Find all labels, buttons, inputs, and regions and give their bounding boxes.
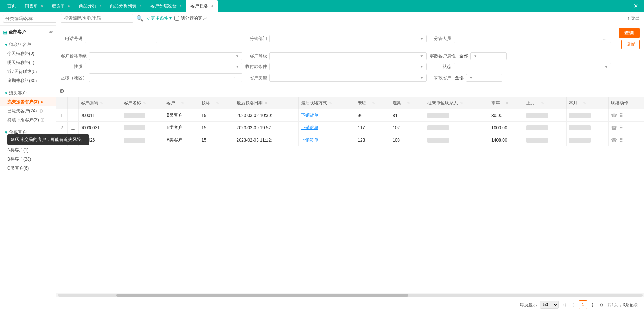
sidebar-item-tomorrow[interactable]: 明天待联络(1) <box>0 58 56 67</box>
sidebar-search-input[interactable] <box>3 15 56 23</box>
tab-analysis-close[interactable]: × <box>99 4 101 8</box>
tab-purchase-close[interactable]: × <box>68 4 70 8</box>
row-type: B类客户 <box>164 134 199 146</box>
customer-level-select[interactable]: ▼ <box>269 52 427 60</box>
tab-home[interactable]: 首页 <box>3 0 20 12</box>
row-code: 000011 <box>78 109 121 122</box>
action-contact-icon[interactable]: ☎ <box>611 137 617 143</box>
first-page-button[interactable]: ⟨⟨ <box>562 301 568 308</box>
filter-field-price-level: 客户价格等级 ▼ <box>61 52 242 60</box>
row-contacts-blurred <box>427 113 449 118</box>
tab-analysis-list-close[interactable]: × <box>139 4 141 8</box>
next-page-button[interactable]: ⟩ <box>590 301 595 308</box>
tab-analysis-list[interactable]: 商品分析列表 × <box>106 0 146 12</box>
query-button[interactable]: 查询 <box>619 28 640 38</box>
row-name <box>121 109 164 122</box>
gender-select[interactable]: ▼ <box>85 63 242 70</box>
filter-field-payment: 收付款条件 ▼ <box>245 63 427 70</box>
row-last-method-link[interactable]: 下销货单 <box>301 113 318 118</box>
phone-input[interactable] <box>85 35 157 43</box>
customer-level-arrow: ▼ <box>420 54 423 58</box>
row-checkbox[interactable] <box>71 125 75 130</box>
sidebar-section-all: ⊞ 全部客户 ≪ <box>0 26 56 39</box>
page-size-select[interactable]: 50 100 200 <box>540 301 559 309</box>
sidebar-item-overdue[interactable]: 逾期未联络(30) <box>0 76 56 85</box>
table-body: 1 000011 B类客户 15 2023-03-02 10:30: 下销货单 … <box>56 109 644 146</box>
tab-customer-tier-close[interactable]: × <box>180 4 182 8</box>
action-contact-icon[interactable]: ☎ <box>611 113 617 118</box>
row-type: B类客户 <box>164 122 199 134</box>
window-close-button[interactable]: ✕ <box>631 1 641 11</box>
sidebar-collapse-btn[interactable]: ≪ <box>49 30 53 35</box>
row-checkbox-cell <box>67 109 78 122</box>
filter-search-input[interactable] <box>61 14 133 23</box>
row-this-year: 1408.00 <box>489 134 524 146</box>
more-filter-button[interactable]: ▽ 更多条件 ▾ <box>146 15 172 21</box>
manager-select[interactable]: ··· <box>454 35 611 43</box>
col-last-month: 上月... ⇅ <box>524 97 566 109</box>
region-select[interactable]: ··· <box>89 73 242 82</box>
name-sort-icon: ⇅ <box>143 101 146 105</box>
tab-purchase[interactable]: 进货单 × <box>47 0 74 12</box>
payment-select[interactable]: ▼ <box>269 63 427 70</box>
row-checkbox[interactable] <box>71 113 75 117</box>
row-last-method-link[interactable]: 下销货单 <box>301 125 318 130</box>
last-date-sort-icon: ⇅ <box>265 101 267 105</box>
sidebar-item-b-class[interactable]: B类客户(33) <box>0 155 56 164</box>
filter-search-button[interactable]: 🔍 <box>136 15 144 22</box>
tab-sales-close[interactable]: × <box>41 4 43 8</box>
tab-customer-tier[interactable]: 客户分层经营 × <box>146 0 186 12</box>
sidebar-item-today[interactable]: 今天待联络(0) <box>0 49 56 58</box>
action-more-icon[interactable]: ⠿ <box>619 137 623 143</box>
table-gear-button[interactable]: ⚙ <box>59 88 64 94</box>
retail-attr-select[interactable]: ▼ <box>470 52 507 60</box>
row-this-month-blurred <box>569 113 591 118</box>
action-more-icon[interactable]: ⠿ <box>619 113 623 118</box>
sidebar-pending-header[interactable]: ▼ 待联络客户 <box>0 40 56 49</box>
code-sort-icon: ⇅ <box>100 101 103 105</box>
price-level-select[interactable]: ▼ <box>89 52 242 60</box>
region-ellipsis[interactable]: ··· <box>233 75 239 80</box>
sidebar-item-a-class[interactable]: A类客户(1) <box>0 146 56 155</box>
status-label: 状态 <box>430 64 451 70</box>
my-customer-checkbox-label[interactable]: 我分管的客户 <box>174 15 207 21</box>
sidebar-item-declining[interactable]: 持续下滑客户(2) ⓘ <box>0 116 56 125</box>
select-all-checkbox[interactable] <box>67 89 71 93</box>
scroll-track[interactable] <box>58 294 643 297</box>
action-more-icon[interactable]: ⠿ <box>619 125 623 131</box>
customer-type-label: 客户类型 <box>245 75 267 81</box>
sidebar-item-7days[interactable]: 近7天待联络(0) <box>0 67 56 76</box>
customer-type-select[interactable]: ▼ <box>269 74 427 82</box>
tab-sales[interactable]: 销售单 × <box>20 0 47 12</box>
sidebar-item-c-class[interactable]: C类客户(6) <box>0 164 56 173</box>
sidebar-lost-header[interactable]: ▼ 流失客户 <box>0 88 56 97</box>
sidebar-value-section: ▼ 价值客户 未分组(32) A类客户(1) B类客户(33) C类客户(6) <box>0 126 56 174</box>
dept-select[interactable]: ▼ <box>269 35 427 42</box>
row-overdue: 108 <box>390 134 425 146</box>
manager-ellipsis[interactable]: ··· <box>601 36 608 41</box>
horizontal-scrollbar[interactable] <box>56 293 644 297</box>
sidebar-item-lost[interactable]: 已流失客户(24) ⓘ <box>0 106 56 116</box>
scroll-thumb[interactable] <box>116 294 409 297</box>
tab-analysis[interactable]: 商品分析 × <box>75 0 106 12</box>
my-customer-checkbox[interactable] <box>174 16 179 21</box>
retail-customer-label: 零散客户 <box>430 75 451 81</box>
prev-page-button[interactable]: ⟨ <box>571 301 576 308</box>
row-name-blurred <box>124 125 145 130</box>
row-company-contacts <box>425 134 489 146</box>
retail-customer-select[interactable]: ▼ <box>466 74 502 82</box>
content-area: 🔍 ▽ 更多条件 ▾ 我分管的客户 ↑ 导出 电话号码 <box>56 12 644 312</box>
tab-customer-contact[interactable]: 客户联络 × <box>186 0 217 12</box>
status-select[interactable]: ▼ <box>454 63 611 70</box>
sidebar-all-customers[interactable]: ⊞ 全部客户 ≪ <box>0 27 56 37</box>
sidebar-item-at-risk[interactable]: 流失预警客户(3) ● <box>0 97 56 106</box>
settings-button[interactable]: 设置 <box>621 40 640 49</box>
adv-filter-row-1: 电话号码 分管部门 ▼ 分管人员 ··· <box>61 28 640 49</box>
row-last-method-link[interactable]: 下销货单 <box>301 137 318 142</box>
dept-label: 分管部门 <box>245 36 267 42</box>
tab-customer-contact-close[interactable]: × <box>211 4 213 8</box>
export-button[interactable]: ↑ 导出 <box>627 15 640 21</box>
action-contact-icon[interactable]: ☎ <box>611 125 617 131</box>
col-last-date: 最后联络日期 ⇅ <box>234 97 298 109</box>
last-page-button[interactable]: ⟩⟩ <box>598 301 604 308</box>
